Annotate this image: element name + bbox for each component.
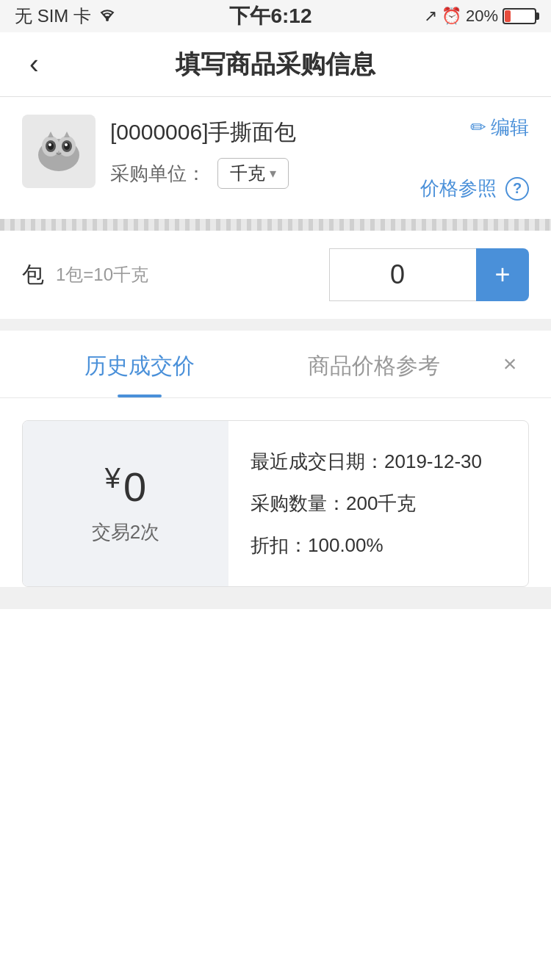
battery-icon [503,8,536,24]
section-divider [0,219,551,231]
unit-value: 千克 [230,162,265,185]
discount-row: 折扣：100.00% [251,531,506,560]
product-image-icon [29,118,88,184]
svg-point-8 [48,143,51,146]
product-name: [0000006]手撕面包 [110,118,296,148]
status-time: 下午6:12 [229,2,311,30]
nav-bar: ‹ 填写商品采购信息 [0,32,551,97]
back-button[interactable]: ‹ [22,41,46,87]
price-ref-label[interactable]: 价格参照 [420,176,497,201]
edit-label: 编辑 [491,115,529,140]
transaction-count: 交易2次 [92,519,159,545]
bottom-panel: 历史成交价 商品价格参考 × ¥0 交易2次 最近成交日期：2019-12-30… [0,331,551,587]
purchase-qty-row: 采购数量：200千克 [251,489,506,518]
carrier-text: 无 SIM 卡 [15,4,91,28]
unit-label: 采购单位： [110,161,206,187]
status-left: 无 SIM 卡 [15,4,118,28]
tab-close-button[interactable]: × [491,345,529,383]
edit-icon: ✏ [470,116,486,139]
latest-date-label: 最近成交日期： [251,450,384,472]
unit-selector[interactable]: 千克 ▾ [217,158,289,189]
qty-conversion-text: 1包=10千克 [56,263,148,287]
battery-percent: 20% [466,7,498,26]
tab-product-price-ref[interactable]: 商品价格参考 [256,331,491,397]
price-ref-help-icon[interactable]: ? [505,177,529,201]
discount-value: 100.00% [308,534,383,556]
qty-unit-label: 包 [22,260,44,290]
quantity-input[interactable] [329,248,476,301]
product-thumbnail [22,115,96,188]
price-number: 0 [123,464,146,510]
price-display: ¥0 [105,463,146,511]
latest-date-value: 2019-12-30 [384,450,482,472]
status-bar: 无 SIM 卡 下午6:12 ↗ ⏰ 20% [0,0,551,32]
discount-label: 折扣： [251,534,308,556]
price-right-panel: 最近成交日期：2019-12-30 采购数量：200千克 折扣：100.00% [228,421,528,586]
product-card: [0000006]手撕面包 采购单位： 千克 ▾ ✏ 编辑 价格参照 ? [0,97,551,219]
price-left-panel: ¥0 交易2次 [23,421,228,586]
svg-point-0 [106,18,109,21]
purchase-qty-value: 200千克 [346,492,416,514]
purchase-qty-label: 采购数量： [251,492,346,514]
status-right: ↗ ⏰ 20% [424,7,536,26]
currency-symbol: ¥ [105,463,120,494]
quantity-input-group: + [329,248,529,301]
price-card: ¥0 交易2次 最近成交日期：2019-12-30 采购数量：200千克 折扣：… [22,420,529,587]
quantity-row: 包 1包=10千克 + [0,231,551,319]
latest-date-row: 最近成交日期：2019-12-30 [251,447,506,476]
tab-bar: 历史成交价 商品价格参考 × [0,331,551,398]
location-icon: ↗ [424,7,437,26]
edit-button[interactable]: ✏ 编辑 [470,115,529,140]
page-title: 填写商品采购信息 [176,48,375,82]
unit-dropdown-icon: ▾ [270,165,276,181]
content-area [0,609,551,980]
tab-history-price[interactable]: 历史成交价 [22,331,256,397]
wifi-icon [97,6,118,26]
quantity-plus-button[interactable]: + [476,248,529,301]
svg-point-9 [65,143,68,146]
alarm-icon: ⏰ [442,7,461,26]
